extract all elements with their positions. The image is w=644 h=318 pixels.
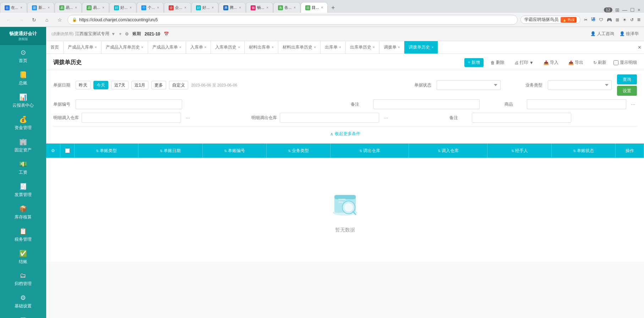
th-in[interactable]: ⇅ 调入仓库 [409,144,487,158]
doc-no-input[interactable] [76,99,182,109]
browser-tab-10[interactable]: 畅 畅... × [246,2,273,13]
sidebar-item-settings[interactable]: ⚙ 基础设置 [0,290,46,313]
refresh-browser-button[interactable]: ↻ [29,15,39,25]
th-date[interactable]: ⇅ 单账日期 [138,144,202,158]
page-tab-6[interactable]: 入库单历史 × [211,41,245,54]
new-tab-button[interactable]: + [328,3,338,13]
tab-close-10[interactable]: × [266,6,268,10]
filter-settings-button[interactable]: 设置 [617,86,637,96]
tab-close-11[interactable]: × [294,6,296,10]
goods-input[interactable] [527,99,626,109]
page-tab-10-close[interactable]: × [373,45,375,49]
page-tab-5-close[interactable]: × [204,45,207,49]
page-tab-8-close[interactable]: × [314,45,316,49]
browser-tab-1[interactable]: 在 在... × [0,2,27,13]
calendar-icon[interactable]: 📅 [164,32,169,37]
th-biz[interactable]: ⇅ 业务类型 [267,144,331,158]
scissors-icon[interactable]: ✂ [584,17,588,22]
browser-tab-11[interactable]: 各 各... × [273,2,300,13]
th-type[interactable]: ⇅ 单账类型 [75,144,138,158]
tab-close-6[interactable]: × [157,6,159,10]
browser-tab-4[interactable]: 易 易... × [82,2,109,13]
maximize-icon[interactable]: ☐ [630,7,635,13]
browser-tab-3[interactable]: 易 易... × [55,2,82,13]
sidebar-item-ledger[interactable]: 📒 总账 [0,67,46,90]
th-no[interactable]: ⇅ 单账编号 [203,144,267,158]
all-tabs-close[interactable]: × [638,44,641,51]
page-tab-2[interactable]: 产成品入库单 × [64,41,102,54]
print-button[interactable]: 🖨 打印 ▼ [512,58,536,67]
page-tab-12[interactable]: 调拨单历史 × [404,41,438,54]
date-yesterday-btn[interactable]: 昨天 [76,81,91,89]
close-window-icon[interactable]: × [638,7,640,13]
minimize-icon[interactable]: — [622,7,627,13]
sidebar-item-assets[interactable]: 🏢 固定资产 [0,134,46,157]
tab-manager-icon[interactable]: ⊞ [615,7,620,13]
tab-close-3[interactable]: × [75,6,77,10]
th-handler[interactable]: ⇅ 经手人 [487,144,551,158]
sidebar-item-capital[interactable]: 💰 资金管理 [0,112,46,134]
browser-search[interactable]: 学霸应聘场驱鸟员 🔥 热搜 [520,16,580,24]
page-tab-11[interactable]: 调拨单 × [380,41,405,54]
page-tab-6-close[interactable]: × [238,45,240,49]
page-tab-9[interactable]: 出库单 × [321,41,346,54]
theme-icon[interactable]: ☀ [623,17,627,22]
browser-tab-8[interactable]: 好 好... × [191,2,218,13]
sidebar-item-reports[interactable]: 📊 云报表中心 [0,90,46,112]
bookmark-button[interactable]: ☆ [55,15,65,25]
sidebar-item-archive[interactable]: 🗂 归档管理 [0,268,46,290]
back-button[interactable]: ← [4,15,13,25]
detail-in-input[interactable] [82,113,181,123]
game-icon[interactable]: 🎮 [607,17,612,22]
sidebar-item-salary[interactable]: 💵 工资 [0,157,46,179]
page-tab-9-close[interactable]: × [339,45,341,49]
home-button[interactable]: ⌂ [42,15,52,25]
translate-icon[interactable]: 译 [591,17,595,23]
page-tab-11-close[interactable]: × [398,45,400,49]
detail-note-input[interactable] [472,113,571,123]
delete-button[interactable]: 🗑 删除 [488,58,507,67]
tab-close-2[interactable]: × [48,6,50,10]
browser-tab-active[interactable]: 目 目... × [301,2,328,13]
page-tab-12-close[interactable]: × [431,45,433,49]
table-settings-icon[interactable]: ⚙ [51,148,55,153]
detail-out-dots-button[interactable]: ··· [382,115,390,121]
browser-tab-2[interactable]: 新 新... × [27,2,54,13]
browser-tab-5[interactable]: 好 好... × [109,2,136,13]
detail-in-dots-button[interactable]: ··· [184,115,192,121]
page-tab-4-close[interactable]: × [179,45,181,49]
th-settings[interactable]: ⚙ [46,144,60,158]
tab-close-5[interactable]: × [130,6,132,10]
select-all-checkbox[interactable] [65,148,70,153]
sidebar-item-inventory[interactable]: 📦 库存核算 [0,201,46,224]
page-tab-4[interactable]: 产成品入库单 × [148,41,186,54]
display-toggle-label[interactable]: 显示明细 [613,60,637,66]
undo-icon[interactable]: ↺ [630,17,634,22]
detail-out-input[interactable] [280,113,379,123]
page-tab-3-close[interactable]: × [141,45,143,49]
status-select[interactable] [437,80,501,90]
note-input[interactable] [373,99,480,109]
add-company-button[interactable]: + [119,32,121,37]
tab-close-4[interactable]: × [102,6,104,10]
sidebar-item-guide[interactable]: 📖 新手引导 [0,313,46,318]
tab-close-9[interactable]: × [239,6,241,10]
th-checkbox[interactable] [60,144,75,158]
new-button[interactable]: + 新增 [464,58,484,67]
sidebar-item-home[interactable]: ⊙ 首页 [0,45,46,67]
sidebar-item-invoice[interactable]: 🧾 发票管理 [0,179,46,201]
tab-close-7[interactable]: × [184,6,186,10]
browser-tab-9[interactable]: 腾 腾... × [219,2,246,13]
collapse-button[interactable]: ∧ 收起更多条件 [53,129,637,139]
page-tab-2-close[interactable]: × [95,45,97,49]
th-status[interactable]: ⇅ 单账状态 [552,144,616,158]
sidebar-item-settle[interactable]: ✅ 结账 [0,246,46,268]
date-1month-btn[interactable]: 近1月 [131,81,149,89]
gear-settings-button[interactable]: ⚙ [125,32,129,37]
company-select[interactable]: (勿删勿禁用) 江西服宝测试专用 ▼ [51,31,115,37]
page-tab-8[interactable]: 材料出库单历史 × [278,41,321,54]
page-tab-5[interactable]: 入库单 × [186,41,211,54]
shield-icon[interactable]: 🛡 [599,17,603,22]
query-button[interactable]: 查询 [617,74,637,84]
import-button[interactable]: 📥 导入 [541,58,561,67]
